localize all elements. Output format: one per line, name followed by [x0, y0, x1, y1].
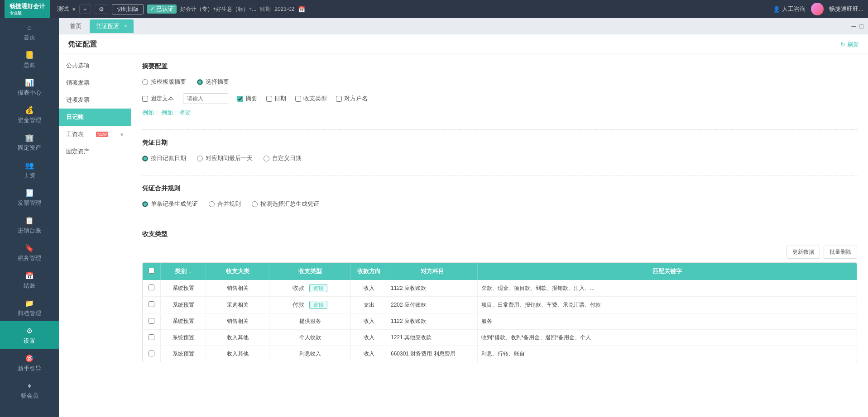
consult-label[interactable]: 👤 人工咨询 [773, 5, 806, 13]
radio-summary-total[interactable]: 按照选择汇总生成凭证 [252, 200, 319, 208]
sidebar-item-label: 总账 [24, 61, 35, 69]
income-section-title: 收支类型 [142, 230, 857, 238]
td-account: 1221 其他应收款 [387, 330, 478, 346]
td-account: 1122 应收账款 [387, 280, 478, 296]
close-period-icon: 📅 [25, 271, 34, 280]
sidebar-item-close[interactable]: 📅 结账 [0, 266, 59, 294]
td-check[interactable] [143, 346, 161, 362]
top-bar: 畅捷通好会计 专业版 测试 ▾ + ⚙ 切到旧版 ✓ 已认证 好会计（专）+好生… [0, 0, 868, 18]
fixed-text-input[interactable] [183, 93, 228, 104]
td-check[interactable] [143, 330, 161, 346]
nav-item-sales[interactable]: 销项发票 [59, 74, 131, 91]
checkbox-summary[interactable]: 摘要 [237, 95, 257, 103]
radio-journal-date[interactable]: 按日记账日期 [142, 154, 186, 162]
sidebar-item-label: 新手引导 [18, 365, 41, 373]
tabs-right: ─ □ [852, 23, 863, 30]
username: 畅捷通旺旺... [829, 5, 863, 13]
checkbox-counterparty[interactable]: 对方户名 [336, 95, 368, 103]
sidebar-item-funds[interactable]: 💰 资金管理 [0, 100, 59, 128]
dropdown-icon[interactable]: ▾ [72, 6, 76, 13]
calendar-icon[interactable]: 📅 [298, 6, 305, 13]
sidebar-item-salary[interactable]: 👥 工资 [0, 156, 59, 183]
summary-checkbox-group: 固定文本 摘要 日期 [142, 93, 857, 104]
checkbox-pay-type[interactable]: 收支类型 [295, 95, 327, 103]
member-icon: ♦ [28, 382, 31, 390]
maximize-btn[interactable]: □ [860, 23, 863, 30]
sidebar-item-purchase[interactable]: 📋 进销台账 [0, 211, 59, 238]
date-section: 凭证日期 按日记账日期 对应期间最后一天 [142, 139, 857, 162]
td-direction: 收入 [351, 346, 387, 362]
sidebar-item-archive[interactable]: 📁 归档管理 [0, 294, 59, 321]
income-table: 类别 ↓ 收支大类 收支类型 收款方向 [142, 262, 857, 362]
select-all-checkbox[interactable] [149, 268, 154, 274]
radio-select[interactable]: 选择摘要 [197, 78, 229, 86]
sidebar-item-home[interactable]: ⌂ 首页 [0, 18, 59, 45]
td-direction: 收入 [351, 280, 387, 296]
example-text: 例如： 例如：摘要 [142, 109, 857, 117]
avatar [811, 3, 824, 15]
sidebar-item-invoice[interactable]: 🧾 发票管理 [0, 183, 59, 211]
sidebar-item-label: 首页 [24, 33, 35, 42]
nav-item-fixed[interactable]: 固定资产 [59, 143, 131, 160]
table-row: 系统预置 收入其他 个人收款 收入 1221 其他应收款 收到*借款、收到*备用… [143, 330, 857, 346]
tag-btn[interactable]: 置顶 [309, 284, 327, 292]
td-check[interactable] [143, 280, 161, 296]
th-subtype: 收支类型 [269, 263, 351, 280]
tab-voucher-config[interactable]: 凭证配置 × [90, 19, 134, 33]
sidebar-item-guide[interactable]: 🎯 新手引导 [0, 349, 59, 376]
th-check[interactable] [143, 263, 161, 280]
sidebar-item-tax[interactable]: 🔖 税务管理 [0, 238, 59, 266]
summary-section: 摘要配置 按模板版摘要 选择摘要 [142, 62, 857, 117]
radio-merge-rule[interactable]: 合并规则 [209, 200, 241, 208]
td-major: 销售相关 [206, 313, 269, 329]
radio-template[interactable]: 按模板版摘要 [142, 78, 186, 86]
radio-custom-date[interactable]: 自定义日期 [264, 154, 302, 162]
checkbox-fixed-text[interactable]: 固定文本 [142, 95, 174, 103]
td-subtype: 个人收款 [269, 330, 351, 346]
sidebar-item-reports[interactable]: 📊 报表中心 [0, 73, 59, 100]
page-header: 凭证配置 ↻ 刷新 [59, 34, 868, 53]
tab-home[interactable]: 首页 [63, 19, 88, 33]
sidebar-item-assets[interactable]: 🏢 固定资产 [0, 128, 59, 156]
sidebar-item-ledger[interactable]: 📒 总账 [0, 45, 59, 73]
nav-item-payslip[interactable]: 工资表 NEW ▾ [59, 126, 131, 143]
th-keyword: 匹配关键字 [478, 263, 857, 280]
sidebar-item-settings[interactable]: ⚙ 设置 [0, 321, 59, 349]
funds-icon: 💰 [25, 106, 34, 114]
td-major: 收入其他 [206, 330, 269, 346]
nav-item-public[interactable]: 公共选项 [59, 57, 131, 74]
page-title: 凭证配置 [68, 40, 97, 49]
tab-close-icon[interactable]: × [124, 23, 128, 29]
sidebar-item-member[interactable]: ♦ 畅会员 [0, 376, 59, 403]
tax-icon: 🔖 [25, 244, 34, 252]
radio-last-day[interactable]: 对应期间最后一天 [197, 154, 253, 162]
nav-item-journal[interactable]: 日记账 [59, 109, 131, 126]
summary-section-title: 摘要配置 [142, 62, 857, 71]
batch-delete-btn[interactable]: 批量删除 [824, 246, 857, 259]
app-logo: 畅捷通好会计 专业版 [5, 0, 50, 18]
switch-btn[interactable]: 切到旧版 [112, 4, 144, 14]
sidebar-item-label: 工资 [24, 171, 35, 180]
radio-single[interactable]: 单条记录生成凭证 [142, 200, 198, 208]
sidebar-item-label: 归档管理 [18, 309, 41, 317]
income-section: 收支类型 更新数据 批量删除 [142, 230, 857, 362]
settings-btn[interactable]: ⚙ [95, 5, 108, 14]
sidebar-item-label: 进销台账 [18, 227, 41, 235]
expand-icon[interactable]: ▾ [120, 131, 124, 138]
home-icon: ⌂ [27, 24, 32, 32]
update-data-btn[interactable]: 更新数据 [786, 246, 820, 259]
tag-btn[interactable]: 置顶 [309, 301, 327, 309]
th-category[interactable]: 类别 ↓ [161, 263, 206, 280]
td-check[interactable] [143, 297, 161, 313]
sidebar-item-label: 结账 [24, 282, 35, 290]
salary-icon: 👥 [25, 161, 34, 170]
guide-icon: 🎯 [25, 354, 34, 363]
td-category: 系统预置 [161, 330, 206, 346]
plus-btn[interactable]: + [79, 5, 91, 14]
td-check[interactable] [143, 314, 161, 329]
nav-item-purchase[interactable]: 进项发票 [59, 91, 131, 109]
period-label: 账期 [260, 5, 271, 13]
refresh-button[interactable]: ↻ 刷新 [840, 41, 859, 49]
minimize-btn[interactable]: ─ [852, 23, 856, 30]
checkbox-date[interactable]: 日期 [266, 95, 286, 103]
